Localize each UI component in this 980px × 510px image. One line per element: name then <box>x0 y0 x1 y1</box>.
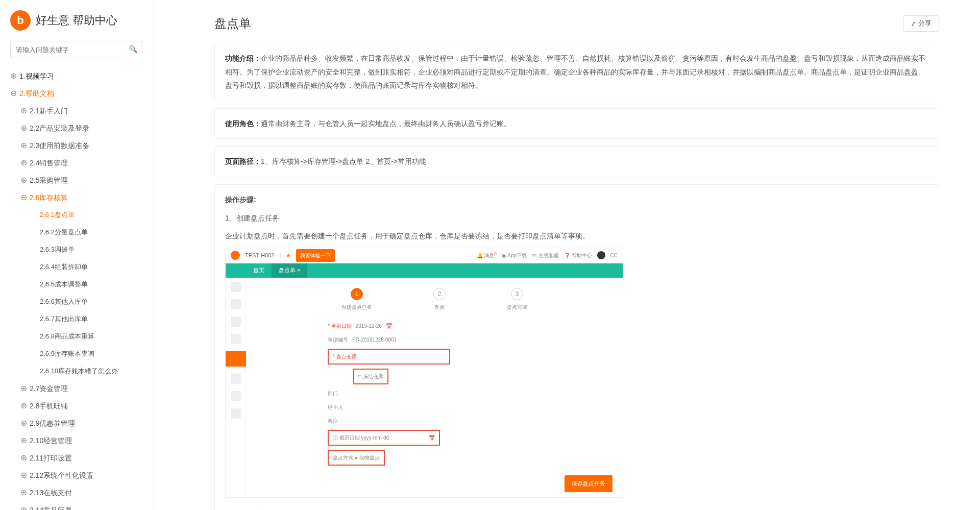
expand-icon <box>20 172 30 189</box>
nav-2-1[interactable]: 2.1新手入门 <box>10 102 142 119</box>
ss-tab-home: 首页 <box>246 263 272 278</box>
nav-2-6-1[interactable]: 2.6.1盘点单 <box>10 206 142 224</box>
share-button[interactable]: ⤤ 分享 <box>903 15 939 32</box>
ss-form-area: 1创建盘点任务 2盘点 3盘点完成 * 单据日期 2019-12-26 📅 单据… <box>246 278 623 497</box>
nav-tree: 1.视频学习 2.帮助文档 2.1新手入门 2.2产品安装及登录 2.3使用前数… <box>10 67 142 510</box>
steps-heading: 操作步骤: <box>225 193 928 207</box>
expand-icon <box>20 380 30 397</box>
info-subsection: （1）信息说明 1）单据日期：建立盘点任务的时间 <box>225 507 928 510</box>
ss-side-icon <box>231 282 241 292</box>
ss-side-icon <box>231 299 241 309</box>
intro-label: 功能介绍： <box>225 54 261 62</box>
ss-tabs: 首页 盘点单 × <box>226 263 623 278</box>
search-icon[interactable]: 🔍 <box>129 45 137 53</box>
nav-2-6-8[interactable]: 2.6.8商品成本重算 <box>10 328 142 345</box>
brand-logo-icon: b <box>10 10 31 31</box>
ss-step-2: 2盘点 <box>433 288 446 312</box>
nav-2-9[interactable]: 2.9优惠券管理 <box>10 415 142 432</box>
nav-2-8[interactable]: 2.8手机旺铺 <box>10 397 142 415</box>
expand-icon <box>20 119 30 137</box>
expand-icon <box>20 397 30 415</box>
search-input[interactable] <box>10 41 142 58</box>
expand-icon <box>20 432 30 449</box>
expand-icon <box>20 449 30 467</box>
collapse-icon <box>20 189 30 206</box>
ss-save-button: 保存盘点任务 <box>565 475 612 492</box>
ss-side-icon-active <box>226 351 246 367</box>
nav-2-3[interactable]: 2.3使用前数据准备 <box>10 137 142 154</box>
expand-icon <box>20 154 30 172</box>
expand-icon <box>10 67 19 85</box>
step1-desc: 企业计划盘点时，首先需要创建一个盘点任务，用于确定盘点仓库，仓库是否要冻结，是否… <box>225 230 928 242</box>
nav-2-5[interactable]: 2.5采购管理 <box>10 172 142 189</box>
nav-2-6-9[interactable]: 2.6.9库存账本查询 <box>10 345 142 362</box>
ss-side-icon <box>231 317 241 327</box>
step1-title: 1、创建盘点任务 <box>225 212 928 225</box>
nav-2-14[interactable]: 2.14常见问题 <box>10 501 142 510</box>
ss-account: TEST-H002 <box>245 250 274 261</box>
panel-intro: 功能介绍：企业的商品品种多、收发频繁，在日常商品收发、保管过程中，由于计量错误、… <box>214 43 939 101</box>
nav-2-11[interactable]: 2.11打印设置 <box>10 449 142 467</box>
nav-2-7[interactable]: 2.7资金管理 <box>10 380 142 397</box>
sub1: （1）信息说明 <box>225 507 928 510</box>
nav-video[interactable]: 1.视频学习 <box>10 67 142 85</box>
expand-icon <box>20 501 30 510</box>
expand-icon <box>20 137 30 154</box>
expand-icon <box>20 102 30 119</box>
nav-2-6-7[interactable]: 2.6.7其他出库单 <box>10 310 142 328</box>
nav-docs[interactable]: 2.帮助文档 <box>10 85 142 102</box>
ss-logo-icon <box>231 251 240 260</box>
ss-side-icon <box>231 408 241 419</box>
brand-title: 好生意 帮助中心 <box>36 13 117 28</box>
nav-2-6-3[interactable]: 2.6.3调拨单 <box>10 241 142 258</box>
page-title: 盘点单 <box>214 15 251 32</box>
search-box: 🔍 <box>10 41 142 58</box>
nav-2-6-4[interactable]: 2.6.4组装拆卸单 <box>10 258 142 276</box>
brand-row: b 好生意 帮助中心 <box>10 10 142 31</box>
ss-step-3: 3盘点完成 <box>507 288 527 312</box>
collapse-icon <box>10 85 19 102</box>
ss-avatar-icon <box>597 251 605 259</box>
sidebar: b 好生意 帮助中心 🔍 1.视频学习 2.帮助文档 2.1新手入门 2.2产品… <box>0 0 153 510</box>
ss-step-1: 1创建盘点任务 <box>341 288 372 312</box>
intro-text: 企业的商品品种多、收发频繁，在日常商品收发、保管过程中，由于计量错误、检验疏忽、… <box>225 54 925 89</box>
ss-side-icon <box>231 374 241 384</box>
nav-2-6-10[interactable]: 2.6.10库存账本错了怎么办 <box>10 362 142 380</box>
ss-side-nav <box>226 278 246 497</box>
nav-2-10[interactable]: 2.10经营管理 <box>10 432 142 449</box>
nav-2-4[interactable]: 2.4销售管理 <box>10 154 142 172</box>
panel-role: 使用角色：通常由财务主导，与仓管人员一起实地盘点，最终由财务人员确认盈亏并记账。 <box>214 108 939 139</box>
ss-topbar: TEST-H002 | ★ 我要体验一下 🔔 消息0 ▣ App下载 ☏ 在线客… <box>226 248 623 263</box>
nav-2-2[interactable]: 2.2产品安装及登录 <box>10 119 142 137</box>
panel-steps: 操作步骤: 1、创建盘点任务 企业计划盘点时，首先需要创建一个盘点任务，用于确定… <box>214 184 939 510</box>
ss-try-button: 我要体验一下 <box>296 249 335 262</box>
panel-path: 页面路径：1、库存核算->库存管理->盘点单 2、首页->常用功能 <box>214 146 939 177</box>
nav-2-13[interactable]: 2.13在线支付 <box>10 484 142 501</box>
ss-side-icon <box>231 391 241 401</box>
nav-2-6-5[interactable]: 2.6.5成本调整单 <box>10 276 142 293</box>
nav-2-6-6[interactable]: 2.6.6其他入库单 <box>10 293 142 310</box>
role-text: 通常由财务主导，与仓管人员一起实地盘点，最终由财务人员确认盈亏并记账。 <box>261 119 511 128</box>
main-content: 盘点单 ⤤ 分享 功能介绍：企业的商品品种多、收发频繁，在日常商品收发、保管过程… <box>153 0 980 510</box>
expand-icon <box>20 467 30 484</box>
nav-2-12[interactable]: 2.12系统个性化设置 <box>10 467 142 484</box>
expand-icon <box>20 484 30 501</box>
ss-tab-pd: 盘点单 × <box>272 263 307 278</box>
path-label: 页面路径： <box>225 157 261 165</box>
role-label: 使用角色： <box>225 119 261 128</box>
share-icon: ⤤ <box>911 20 916 28</box>
ss-side-icon <box>231 334 241 344</box>
embedded-screenshot: TEST-H002 | ★ 我要体验一下 🔔 消息0 ▣ App下载 ☏ 在线客… <box>225 248 623 498</box>
path-text: 1、库存核算->库存管理->盘点单 2、首页->常用功能 <box>261 157 426 165</box>
nav-2-6[interactable]: 2.6库存核算 <box>10 189 142 206</box>
nav-2-6-2[interactable]: 2.6.2分量盘点单 <box>10 224 142 241</box>
expand-icon <box>20 415 30 432</box>
share-label: 分享 <box>918 19 932 28</box>
